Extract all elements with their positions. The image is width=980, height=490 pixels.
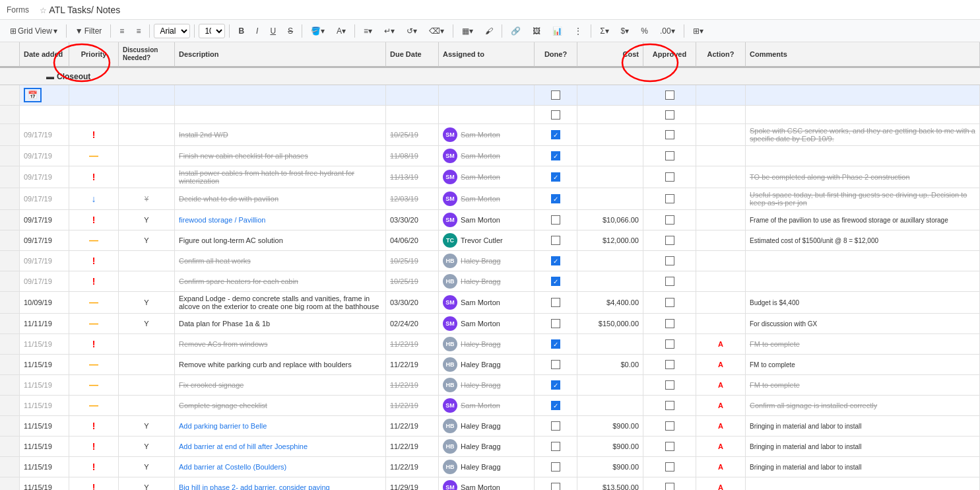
cell-done[interactable]	[535, 251, 577, 271]
cell-date[interactable]: 09/17/19	[20, 251, 69, 271]
cell-discussion[interactable]: Y	[119, 477, 175, 490]
cell-assigned[interactable]	[439, 85, 535, 105]
cell-priority[interactable]: —	[69, 146, 119, 166]
cell-done[interactable]	[535, 477, 577, 490]
approved-checkbox[interactable]	[665, 90, 674, 100]
done-checkbox[interactable]	[551, 319, 560, 328]
cell-approved[interactable]	[643, 477, 696, 490]
cell-discussion[interactable]	[119, 146, 175, 166]
cell-cost[interactable]	[577, 124, 643, 145]
cell-comments[interactable]: FM to complete	[746, 334, 980, 354]
approved-checkbox[interactable]	[665, 130, 674, 139]
cell-cost[interactable]	[577, 188, 643, 209]
cell-date[interactable]: 11/15/19	[20, 437, 69, 456]
cell-duedate[interactable]: 11/22/19	[386, 375, 439, 395]
cell-done[interactable]	[535, 314, 577, 333]
cell-priority[interactable]: —	[69, 230, 119, 250]
cell-duedate[interactable]: 10/25/19	[386, 124, 439, 145]
cell-priority[interactable]	[69, 85, 119, 105]
cell-cost[interactable]	[577, 166, 643, 188]
done-checkbox[interactable]	[551, 339, 560, 349]
cell-comments[interactable]	[746, 146, 980, 166]
bold-button[interactable]: B	[234, 24, 249, 38]
italic-button[interactable]: I	[251, 24, 263, 38]
cell-duedate[interactable]: 10/25/19	[386, 251, 439, 271]
cell-cost[interactable]	[577, 146, 643, 166]
done-checkbox[interactable]	[551, 256, 560, 265]
cell-date[interactable]: 09/17/19	[20, 166, 69, 188]
cell-action[interactable]: A	[696, 457, 746, 477]
cell-action[interactable]	[696, 146, 746, 166]
cell-discussion[interactable]	[119, 396, 175, 415]
done-checkbox[interactable]	[551, 298, 560, 307]
strikethrough-button[interactable]: S	[283, 24, 298, 38]
link-button[interactable]: 🔗	[506, 24, 525, 38]
approved-checkbox[interactable]	[665, 110, 674, 120]
cell-done[interactable]	[535, 230, 577, 250]
cell-comments[interactable]: TO be completed along with Phase 2 const…	[746, 166, 980, 188]
cell-priority[interactable]: —	[69, 396, 119, 415]
cell-date[interactable]: 09/17/19	[20, 271, 69, 291]
done-checkbox[interactable]	[551, 110, 560, 120]
cell-date[interactable]: 09/17/19	[20, 124, 69, 145]
cell-approved[interactable]	[643, 210, 696, 230]
cell-comments[interactable]: Useful space today, but first thing gues…	[746, 188, 980, 209]
cell-description[interactable]: Expand Lodge - demo concrete stalls and …	[175, 292, 386, 313]
done-checkbox[interactable]	[551, 483, 560, 490]
approved-checkbox[interactable]	[665, 194, 674, 203]
cell-assigned[interactable]: SM Sam Morton	[439, 396, 535, 415]
cell-approved[interactable]	[643, 292, 696, 313]
cell-description[interactable]: Confirm spare heaters for each cabin	[175, 271, 386, 291]
cell-assigned[interactable]: HB Haley Bragg	[439, 437, 535, 456]
approved-checkbox[interactable]	[665, 360, 674, 369]
cell-comments[interactable]: Bringing in material and labor to instal…	[746, 437, 980, 456]
cell-description[interactable]: Remove ACs from windows	[175, 334, 386, 354]
cell-cost[interactable]	[577, 375, 643, 395]
done-checkbox[interactable]	[551, 360, 560, 369]
cell-priority[interactable]: —	[69, 314, 119, 333]
cell-comments[interactable]: FM to complete	[746, 375, 980, 395]
cell-comments[interactable]: Bringing in material and labor to instal…	[746, 457, 980, 477]
cell-cost[interactable]	[577, 251, 643, 271]
cell-priority[interactable]: !	[69, 166, 119, 188]
cell-priority[interactable]	[69, 106, 119, 123]
approved-checkbox[interactable]	[665, 215, 674, 225]
cell-description[interactable]: Install 2nd W/D	[175, 124, 386, 145]
cell-assigned[interactable]: SM Sam Morton	[439, 292, 535, 313]
cell-action[interactable]	[696, 85, 746, 105]
rotate-button[interactable]: ↺▾	[402, 24, 422, 38]
approved-checkbox[interactable]	[665, 339, 674, 349]
cell-discussion[interactable]	[119, 375, 175, 395]
cell-duedate[interactable]: 11/22/19	[386, 355, 439, 374]
cell-comments[interactable]: Budget is $4,400	[746, 292, 980, 313]
cell-cost[interactable]: $10,066.00	[577, 210, 643, 230]
cell-action[interactable]: A	[696, 375, 746, 395]
cell-cost[interactable]	[577, 271, 643, 291]
cell-cost[interactable]: $4,400.00	[577, 292, 643, 313]
approved-checkbox[interactable]	[665, 319, 674, 328]
clear-format-button[interactable]: ⌫▾	[424, 24, 449, 38]
cell-assigned[interactable]: HB Haley Bragg	[439, 416, 535, 436]
done-checkbox[interactable]	[551, 130, 560, 139]
cell-assigned[interactable]: HB Haley Bragg	[439, 251, 535, 271]
cell-assigned[interactable]	[439, 106, 535, 123]
cell-assigned[interactable]: HB Haley Bragg	[439, 355, 535, 374]
cell-action[interactable]	[696, 188, 746, 209]
underline-button[interactable]: U	[265, 24, 280, 38]
cell-discussion[interactable]	[119, 124, 175, 145]
done-checkbox[interactable]	[551, 380, 560, 390]
cell-action[interactable]: A	[696, 437, 746, 456]
cell-duedate[interactable]: 11/22/19	[386, 416, 439, 436]
cell-duedate[interactable]: 11/22/19	[386, 437, 439, 456]
cell-assigned[interactable]: TC Trevor Cutler	[439, 230, 535, 250]
cell-description[interactable]: Add barrier at end of hill after Joesphi…	[175, 437, 386, 456]
cell-action[interactable]	[696, 230, 746, 250]
cell-assigned[interactable]: HB Haley Bragg	[439, 271, 535, 291]
format-more-button[interactable]: ⊞▾	[688, 24, 708, 38]
approved-checkbox[interactable]	[665, 298, 674, 307]
cell-assigned[interactable]: HB Haley Bragg	[439, 334, 535, 354]
cell-approved[interactable]	[643, 251, 696, 271]
cell-done[interactable]	[535, 334, 577, 354]
cell-approved[interactable]	[643, 146, 696, 166]
cell-priority[interactable]: !	[69, 124, 119, 145]
